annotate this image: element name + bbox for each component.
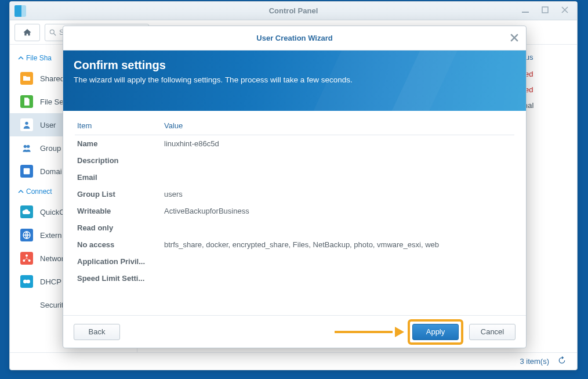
table-row: No accessbtrfs_share, docker, encrypted_…: [75, 236, 514, 253]
row-item: Description: [77, 156, 164, 165]
table-row: Namelinuxhint-e86c5d: [75, 135, 514, 152]
row-value: [164, 173, 512, 182]
table-row: Application Privil...: [75, 253, 514, 270]
user-icon: [20, 118, 33, 131]
svg-point-6: [27, 145, 30, 148]
file-services-icon: [20, 95, 33, 108]
user-creation-wizard: User Creation Wizard Confirm settings Th…: [63, 26, 527, 348]
row-item: Name: [77, 139, 164, 148]
titlebar: Control Panel: [10, 2, 577, 20]
highlight-arrow: [335, 329, 404, 335]
settings-table: Item Value Namelinuxhint-e86c5dDescripti…: [63, 111, 526, 315]
svg-line-3: [54, 33, 56, 35]
row-item: Email: [77, 173, 164, 182]
row-value: linuxhint-e86c5d: [164, 139, 512, 148]
row-value: ActiveBackupforBusiness: [164, 207, 512, 215]
search-icon: [49, 28, 57, 37]
svg-point-9: [26, 254, 28, 257]
table-row: Speed Limit Setti...: [75, 270, 514, 287]
table-row: Description: [75, 152, 514, 169]
modal-footer: Back Apply Cancel: [63, 315, 526, 348]
modal-banner: Confirm settings The wizard will apply t…: [63, 50, 526, 111]
table-row: Email: [75, 169, 514, 186]
statusbar: 3 item(s): [10, 352, 577, 370]
table-header: Item Value: [75, 117, 514, 135]
svg-point-4: [25, 122, 28, 125]
chevron-up-icon: [18, 55, 24, 61]
table-row: Read only: [75, 219, 514, 236]
svg-point-5: [24, 145, 27, 148]
apply-button[interactable]: Apply: [412, 324, 459, 340]
close-button[interactable]: [555, 2, 575, 18]
home-button[interactable]: [14, 24, 40, 41]
row-item: No access: [77, 240, 164, 249]
row-item: Writeable: [77, 207, 164, 215]
minimize-button[interactable]: [516, 2, 535, 18]
row-value: users: [164, 190, 512, 198]
svg-rect-1: [542, 7, 548, 13]
refresh-button[interactable]: [557, 356, 567, 367]
svg-rect-7: [24, 168, 30, 175]
cancel-button[interactable]: Cancel: [469, 324, 516, 340]
cloud-icon: [20, 205, 33, 218]
domain-icon: [20, 165, 33, 178]
modal-subtitle: The wizard will apply the following sett…: [74, 75, 516, 84]
row-value: [164, 257, 512, 266]
modal-close-button[interactable]: [509, 32, 520, 44]
shield-icon: [20, 298, 33, 311]
status-value: rmal: [519, 98, 588, 113]
row-item: Application Privil...: [77, 257, 164, 266]
status-value: bled: [519, 82, 588, 98]
window-title: Control Panel: [10, 6, 577, 15]
apply-highlight: Apply: [408, 319, 463, 345]
row-value: btrfs_share, docker, encrypted_share, Fi…: [164, 240, 512, 249]
column-header-status: atus: [519, 48, 588, 66]
item-count: 3 item(s): [520, 357, 549, 366]
app-icon: [14, 5, 26, 17]
table-row: WriteableActiveBackupforBusiness: [75, 203, 514, 219]
column-item: Item: [75, 117, 162, 135]
row-item: Speed Limit Setti...: [77, 274, 164, 283]
group-icon: [20, 142, 33, 154]
network-icon: [20, 252, 33, 265]
modal-title: User Creation Wizard: [256, 34, 332, 42]
row-value: [164, 274, 512, 283]
row-item: Read only: [77, 223, 164, 232]
back-button[interactable]: Back: [74, 324, 120, 340]
globe-icon: [20, 229, 33, 241]
chevron-up-icon: [18, 189, 24, 194]
row-value: [164, 223, 512, 232]
row-item: Group List: [77, 190, 164, 198]
shared-folder-icon: [20, 72, 33, 85]
modal-titlebar: User Creation Wizard: [63, 26, 526, 50]
column-value: Value: [162, 117, 514, 135]
svg-point-13: [26, 280, 30, 284]
svg-point-2: [50, 30, 54, 34]
table-row: Group Listusers: [75, 186, 514, 203]
dhcp-icon: [20, 275, 33, 288]
maximize-button[interactable]: [535, 2, 555, 18]
svg-rect-0: [522, 12, 529, 13]
status-value: bled: [519, 66, 588, 82]
modal-heading: Confirm settings: [74, 59, 516, 72]
row-value: [164, 156, 512, 165]
